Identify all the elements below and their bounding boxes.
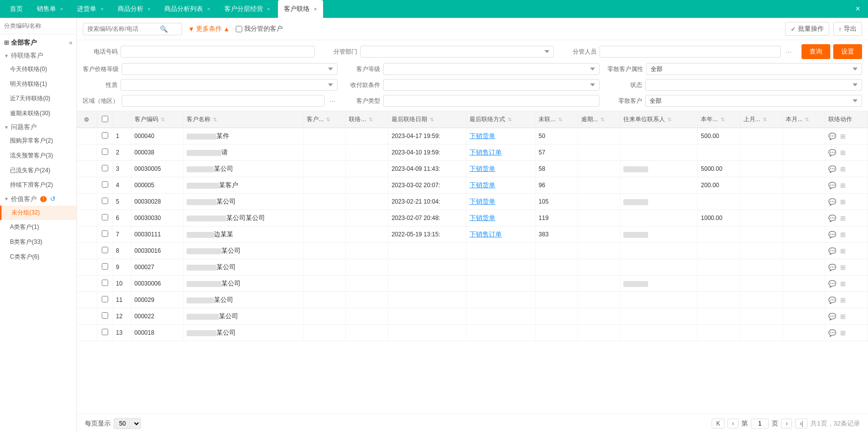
nav-tab-purchase[interactable]: 进货单 ×	[71, 0, 109, 18]
sidebar-item-today[interactable]: 今天待联络(0)	[0, 62, 76, 77]
nav-tab-product-analysis[interactable]: 商品分析 ×	[112, 0, 156, 18]
filter-person-dots[interactable]: ···	[784, 48, 794, 56]
filter-retail-customer-select[interactable]: 全部	[645, 95, 862, 107]
filter-region-input[interactable]	[122, 95, 325, 107]
cell-checkbox[interactable]	[97, 243, 113, 259]
th-contact[interactable]: 联络... ⇅	[346, 111, 388, 128]
chat-icon[interactable]: 💬	[828, 231, 836, 238]
sidebar-item-churned[interactable]: 已流失客户(24)	[0, 163, 76, 178]
sidebar-item-declining[interactable]: 持续下滑客户(2)	[0, 178, 76, 193]
filter-more-conditions[interactable]: ▼ 更多条件 ▲	[188, 24, 230, 33]
filter-region-dots[interactable]: ···	[328, 97, 337, 105]
sidebar-search-input[interactable]	[4, 22, 77, 29]
cell-checkbox[interactable]	[97, 177, 113, 194]
th-overdue[interactable]: 逾期... ⇅	[578, 111, 620, 128]
filter-price-level-select[interactable]	[122, 63, 337, 75]
filter-search-icon[interactable]: 🔍	[160, 25, 168, 33]
select-all-checkbox[interactable]	[102, 116, 108, 122]
th-checkbox[interactable]	[97, 111, 113, 128]
chat-icon[interactable]: 💬	[828, 182, 836, 189]
grid-action-icon[interactable]: ⊞	[840, 313, 846, 320]
cell-checkbox[interactable]	[97, 276, 113, 292]
close-product-analysis-tab[interactable]: ×	[147, 6, 150, 12]
close-all-tabs[interactable]: ×	[852, 4, 864, 13]
nav-tab-customer-segment[interactable]: 客户分层经营 ×	[218, 0, 276, 18]
cell-checkbox[interactable]	[97, 259, 113, 276]
filter-retail-attr-select[interactable]: 全部	[646, 63, 862, 75]
sidebar-collapse-btn[interactable]: «	[69, 39, 72, 46]
chat-icon[interactable]: 💬	[828, 329, 836, 337]
grid-action-icon[interactable]: ⊞	[840, 296, 846, 304]
filter-dept-select[interactable]	[360, 46, 554, 58]
last-page-btn[interactable]: ›|	[795, 419, 807, 429]
chat-icon[interactable]: 💬	[828, 149, 836, 156]
batch-op-button[interactable]: ✓ 批量操作	[785, 22, 829, 36]
close-product-list-tab[interactable]: ×	[207, 6, 210, 12]
cell-checkbox[interactable]	[97, 210, 113, 226]
prev-page-btn[interactable]: ‹	[728, 419, 738, 429]
grid-action-icon[interactable]: ⊞	[840, 165, 846, 173]
chat-icon[interactable]: 💬	[828, 133, 836, 140]
refresh-icon[interactable]: ↺	[50, 195, 56, 203]
th-this-year[interactable]: 本年... ⇅	[698, 111, 740, 128]
cell-checkbox[interactable]	[97, 226, 113, 243]
first-page-btn[interactable]: K	[712, 419, 725, 429]
nav-tab-customer-contact[interactable]: 客户联络 ×	[278, 0, 323, 18]
th-last-month[interactable]: 上月... ⇅	[740, 111, 782, 128]
grid-action-icon[interactable]: ⊞	[840, 247, 846, 255]
nav-tab-product-list[interactable]: 商品分析列表 ×	[158, 0, 216, 18]
my-customers-checkbox[interactable]: 我分管的客户	[236, 24, 283, 33]
my-customers-check[interactable]	[236, 26, 242, 32]
cell-checkbox[interactable]	[97, 144, 113, 161]
filter-nature-select[interactable]	[121, 79, 337, 91]
chat-icon[interactable]: 💬	[828, 264, 836, 271]
sidebar-item-7days[interactable]: 近7天待联络(0)	[0, 91, 76, 106]
nav-home[interactable]: 首页	[4, 4, 29, 13]
page-number-input[interactable]	[751, 419, 769, 429]
close-customer-contact-tab[interactable]: ×	[314, 6, 317, 12]
sidebar-item-hoard[interactable]: 囤购异常客户(2)	[0, 134, 76, 148]
grid-action-icon[interactable]: ⊞	[840, 329, 846, 337]
cell-checkbox[interactable]	[97, 308, 113, 325]
grid-action-icon[interactable]: ⊞	[840, 231, 846, 238]
close-purchase-tab[interactable]: ×	[100, 6, 103, 12]
nav-tab-sales[interactable]: 销售单 ×	[31, 0, 69, 18]
grid-action-icon[interactable]: ⊞	[840, 198, 846, 206]
filter-customer-level-select[interactable]	[383, 63, 600, 75]
grid-action-icon[interactable]: ⊞	[840, 264, 846, 271]
sidebar-item-a-class[interactable]: A类客户(1)	[0, 220, 76, 235]
sidebar-item-churn-warning[interactable]: 流失预警客户(3)	[0, 148, 76, 163]
cell-checkbox[interactable]	[97, 325, 113, 341]
page-size-select[interactable]: 50 10 20 100	[114, 418, 141, 429]
th-customer-code[interactable]: 客户编码 ⇅	[131, 111, 183, 128]
sidebar-item-tomorrow[interactable]: 明天待联络(1)	[0, 77, 76, 92]
filter-customer-type-input[interactable]	[383, 95, 600, 107]
filter-payment-select[interactable]	[383, 79, 600, 91]
chat-icon[interactable]: 💬	[828, 215, 836, 222]
cell-checkbox[interactable]	[97, 292, 113, 308]
filter-status-select[interactable]	[645, 79, 862, 91]
cell-checkbox[interactable]	[97, 128, 113, 144]
chat-icon[interactable]: 💬	[828, 247, 836, 255]
th-last-contact-method[interactable]: 最后联络方式 ⇅	[467, 111, 535, 128]
grid-action-icon[interactable]: ⊞	[840, 133, 846, 140]
th-intercompany[interactable]: 往来单位联系人 ⇅	[620, 111, 698, 128]
chat-icon[interactable]: 💬	[828, 165, 836, 173]
th-customer-name[interactable]: 客户名称 ⇅	[184, 111, 304, 128]
sidebar-item-c-class[interactable]: C类客户(6)	[0, 250, 76, 265]
chat-icon[interactable]: 💬	[828, 296, 836, 304]
sidebar-item-unclassified[interactable]: 未分组(32)	[0, 206, 76, 220]
th-customer-type[interactable]: 客户... ⇅	[304, 111, 346, 128]
filter-phone-input[interactable]	[121, 46, 315, 58]
sidebar-item-b-class[interactable]: B类客户(33)	[0, 235, 76, 250]
cell-checkbox[interactable]	[97, 161, 113, 177]
reset-button[interactable]: 设置	[833, 44, 862, 59]
th-settings[interactable]: ⚙	[77, 111, 97, 128]
export-button[interactable]: ↑ 导出	[833, 22, 863, 36]
filter-person-input[interactable]	[600, 46, 781, 58]
grid-action-icon[interactable]: ⊞	[840, 280, 846, 288]
sidebar-item-overdue[interactable]: 逾期未联络(30)	[0, 106, 76, 121]
grid-action-icon[interactable]: ⊞	[840, 149, 846, 156]
sidebar-all-customers[interactable]: ⊞ 全部客户 «	[0, 34, 76, 49]
filter-search-input[interactable]	[87, 25, 157, 32]
